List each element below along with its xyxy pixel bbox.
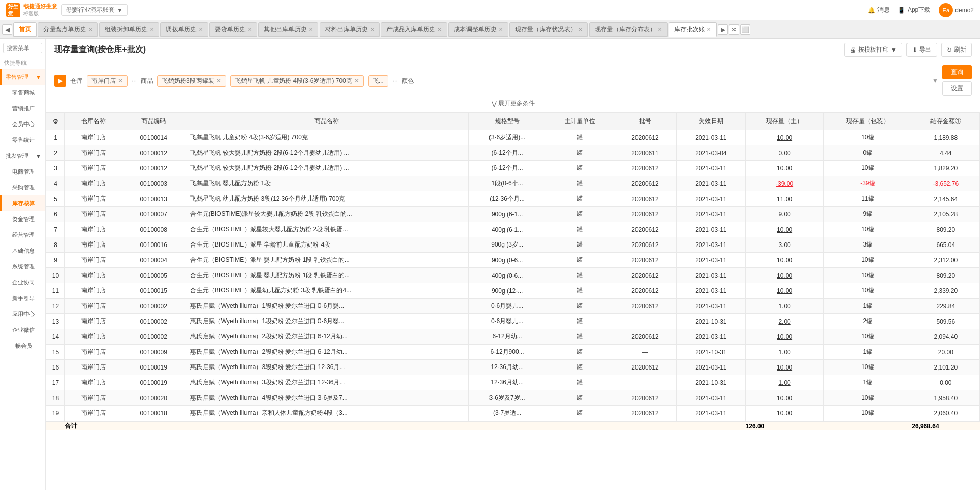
sidebar-item-member2[interactable]: 畅会员	[0, 338, 45, 354]
tab-yao[interactable]: 要货单历史 ✕	[209, 22, 257, 37]
tab-close-icon[interactable]: ✕	[499, 27, 503, 32]
warehouse-col-header: 仓库名称	[65, 113, 122, 130]
tab-material[interactable]: 材料出库单历史 ✕	[320, 22, 380, 37]
tab-close-icon[interactable]: ✕	[309, 27, 313, 32]
avatar: Ea	[939, 3, 953, 17]
top-bar: 好生意 畅捷通好生意 标题版 母婴行业演示账套 ▼ 🔔 消息 📱 App下载 E…	[0, 0, 980, 20]
tab-batch[interactable]: 库存批次账 ✕	[669, 22, 717, 37]
table-row: 6 南岸门店 00100007 合生元(BIOSTIME)派星较大婴儿配方奶粉 …	[46, 207, 980, 222]
tab-cost-label: 成本调整单历史	[454, 25, 497, 34]
tab-close-icon[interactable]: ✕	[437, 27, 442, 32]
sidebar-item-operations[interactable]: 经营管理	[0, 227, 45, 243]
tab-close-icon[interactable]: ✕	[199, 27, 203, 32]
table-row: 1 南岸门店 00100014 飞鹤星飞帆 儿童奶粉 4段(3-6岁适用) 70…	[46, 130, 980, 145]
sidebar-item-retail-stats[interactable]: 零售统计	[0, 132, 45, 148]
template-print-button[interactable]: 🖨 按模板打印 ▼	[844, 43, 902, 57]
tab-close-icon[interactable]: ✕	[248, 27, 252, 32]
store-selector[interactable]: 母婴行业演示账套 ▼	[61, 4, 128, 16]
sidebar-search-area	[0, 39, 45, 57]
tab-close-icon[interactable]: ✕	[707, 27, 711, 32]
sidebar-item-purchase[interactable]: 采购管理	[0, 180, 45, 195]
table-header-row: ⚙ 仓库名称 商品编码 商品名称 规格型号 主计量单位 批号 失效日期 现存量（…	[46, 113, 980, 130]
tab-maximize-button[interactable]: ⬜	[740, 24, 750, 35]
tab-close-icon[interactable]: ✕	[370, 27, 374, 32]
tab-other[interactable]: 其他出库单历史 ✕	[258, 22, 318, 37]
tab-yao-label: 要货单历史	[215, 25, 246, 34]
color-dropdown[interactable]: ▼	[932, 77, 938, 84]
warehouse-filter-tag: 南岸门店 ✕	[87, 75, 128, 87]
sidebar-item-inventory[interactable]: 库存核算	[0, 195, 45, 211]
tab-zuche[interactable]: 组装拆卸单历史 ✕	[99, 22, 159, 37]
warehouse-tag-close[interactable]: ✕	[118, 77, 123, 84]
sidebar-item-system[interactable]: 系统管理	[0, 259, 45, 275]
tab-product[interactable]: 产成品入库单历史 ✕	[381, 22, 447, 37]
tab-close-all-button[interactable]: ✕	[729, 24, 739, 35]
tab-close-icon[interactable]: ✕	[88, 27, 92, 32]
table-row: 11 南岸门店 00100015 合生元（BIOSTIME）派星幼儿配方奶粉 3…	[46, 283, 980, 299]
search-input[interactable]	[3, 43, 42, 53]
tab-inv2-label: 现存量（库存分布表）	[595, 25, 656, 34]
settings-col-header[interactable]: ⚙	[46, 113, 65, 130]
warehouse-more[interactable]: ···	[132, 77, 137, 84]
tab-other-label: 其他出库单历史	[264, 25, 307, 34]
tab-close-icon[interactable]: ✕	[150, 27, 154, 32]
tab-home[interactable]: 首页	[13, 22, 37, 37]
sidebar-item-ecommerce[interactable]: 电商管理	[0, 164, 45, 180]
product2-tag-close[interactable]: ✕	[354, 77, 359, 84]
tab-inv1[interactable]: 现存量（库存状况表） ✕	[509, 22, 588, 37]
total-row: 合计 126.00 26,968.64	[46, 421, 980, 430]
content-area: 现存量查询(按仓库+批次) 🖨 按模板打印 ▼ ⬇ 导出 ↻ 刷新	[46, 39, 980, 490]
refresh-button[interactable]: ↻ 刷新	[941, 43, 972, 57]
sidebar-item-enterprise[interactable]: 企业协同	[0, 275, 45, 290]
inventory-table: ⚙ 仓库名称 商品编码 商品名称 规格型号 主计量单位 批号 失效日期 现存量（…	[46, 112, 980, 430]
table-row: 2 南岸门店 00100012 飞鹤星飞帆 较大婴儿配方奶粉 2段(6-12个月…	[46, 145, 980, 161]
tab-inv2[interactable]: 现存量（库存分布表） ✕	[589, 22, 668, 37]
tab-fenpan[interactable]: 分量盘点单历史 ✕	[38, 22, 98, 37]
sidebar-item-wholesale[interactable]: 批发管理 ▼	[0, 148, 45, 164]
expand-icon: ⋁	[492, 100, 497, 107]
sidebar-item-apps[interactable]: 应用中心	[0, 306, 45, 322]
sidebar-item-retail-mall[interactable]: 零售商城	[0, 85, 45, 101]
sidebar-item-member[interactable]: 会员中心	[0, 116, 45, 132]
batch-col-header: 批号	[614, 113, 676, 130]
table-footer: 合计 126.00 26,968.64	[46, 421, 980, 430]
sidebar: 快捷导航 零售管理 ▼ 零售商城 营销推广 会员中心 零售统计 批发管理 ▼ 电…	[0, 39, 46, 490]
sidebar-item-retail-mgmt[interactable]: 零售管理 ▼	[0, 69, 45, 85]
tab-bar: ◀ 首页 分量盘点单历史 ✕ 组装拆卸单历史 ✕ 调拨单历史 ✕ 要货单历史 ✕…	[0, 20, 980, 39]
sidebar-item-basics[interactable]: 基础信息	[0, 243, 45, 259]
filter-row: ▶ 仓库 南岸门店 ✕ ··· 商品 飞鹤奶粉3段两罐装 ✕ 飞鹤星飞帆 儿童奶…	[54, 65, 972, 96]
warehouse-label: 仓库	[70, 77, 83, 85]
tab-close-icon[interactable]: ✕	[578, 27, 582, 32]
tab-cost[interactable]: 成本调整单历史 ✕	[448, 22, 508, 37]
export-button[interactable]: ⬇ 导出	[906, 43, 937, 57]
filter-bar: ▶ 仓库 南岸门店 ✕ ··· 商品 飞鹤奶粉3段两罐装 ✕ 飞鹤星飞帆 儿童奶…	[46, 61, 980, 112]
table-row: 14 南岸门店 00100002 惠氏启赋（Wyeth illuma）2段奶粉 …	[46, 329, 980, 345]
tab-next-button[interactable]: ▶	[718, 24, 728, 35]
qty-main-col-header: 现存量（主）	[746, 113, 824, 130]
table-row: 7 南岸门店 00100008 合生元（BIOSTIME）派星较大婴儿配方奶粉 …	[46, 222, 980, 237]
settings-button[interactable]: 设置	[942, 81, 972, 96]
filter-toggle-button[interactable]: ▶	[54, 75, 66, 87]
tab-close-icon[interactable]: ✕	[658, 27, 662, 32]
product-more[interactable]: ···	[393, 77, 398, 84]
sidebar-item-guide[interactable]: 新手引导	[0, 290, 45, 306]
page-actions: 🖨 按模板打印 ▼ ⬇ 导出 ↻ 刷新	[844, 43, 972, 57]
product1-tag-close[interactable]: ✕	[216, 77, 222, 84]
chevron-icon: ▼	[36, 153, 41, 159]
tab-diaob[interactable]: 调拨单历史 ✕	[160, 22, 208, 37]
tab-prev-button[interactable]: ◀	[2, 24, 12, 35]
messages-button[interactable]: 🔔 消息	[868, 6, 890, 14]
sidebar-item-wechat[interactable]: 企业微信	[0, 322, 45, 338]
query-button[interactable]: 查询	[942, 65, 972, 79]
table-row: 17 南岸门店 00100019 惠氏启赋（Wyeth illuma）3段奶粉 …	[46, 375, 980, 390]
expand-more-button[interactable]: ⋁ 展开更多条件	[492, 99, 535, 108]
sidebar-item-finance[interactable]: 资金管理	[0, 211, 45, 227]
tab-inv1-label: 现存量（库存状况表）	[515, 25, 576, 34]
chevron-icon: ▼	[36, 74, 41, 80]
download-icon: 📱	[898, 7, 905, 14]
export-icon: ⬇	[912, 46, 917, 54]
sidebar-item-marketing[interactable]: 营销推广	[0, 101, 45, 116]
user-profile[interactable]: Ea demo2	[939, 3, 974, 17]
tab-zuche-label: 组装拆卸单历史	[105, 25, 148, 34]
app-download-button[interactable]: 📱 App下载	[898, 6, 930, 14]
